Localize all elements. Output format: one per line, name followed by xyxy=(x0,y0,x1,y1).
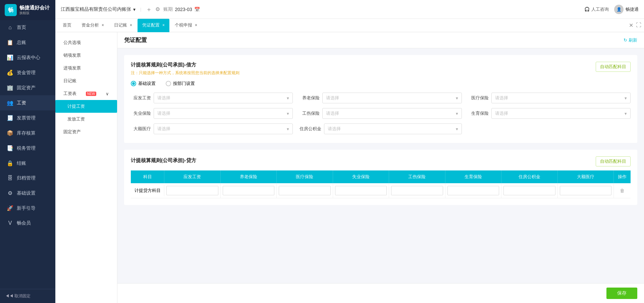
th-生育保险: 生育保险 xyxy=(445,170,502,183)
debit-field-生育保险: 生育保险 请选择 ▾ xyxy=(469,108,631,119)
close-tab-funds[interactable]: × xyxy=(102,23,104,28)
sub-sidebar-public[interactable]: 公共选项 xyxy=(55,36,117,49)
expand-icon[interactable]: ⛶ xyxy=(636,22,641,29)
field-select-大额医疗[interactable]: 请选择 ▾ xyxy=(154,123,293,134)
td-input-0-5[interactable] xyxy=(447,186,499,195)
td-input-0-7[interactable] xyxy=(560,186,612,195)
tab-home[interactable]: 首页 xyxy=(58,19,76,32)
sidebar-item-settings[interactable]: ⚙基础设置 xyxy=(0,186,55,201)
tab-voucher[interactable]: 凭证配置× xyxy=(138,19,169,32)
td-0-2[interactable] xyxy=(277,183,333,198)
td-0-5[interactable] xyxy=(445,183,502,198)
field-label: 大额医疗 xyxy=(131,126,151,132)
sidebar-collapse-btn[interactable]: ◀◀ 取消固定 xyxy=(0,289,55,303)
tab-diary[interactable]: 日记账× xyxy=(109,19,137,32)
tab-funds[interactable]: 资金分析× xyxy=(77,19,109,32)
td-0-1[interactable] xyxy=(221,183,277,198)
td-0-0[interactable] xyxy=(164,183,221,198)
add-company-btn[interactable]: ＋ xyxy=(146,5,152,13)
tab-label-home: 首页 xyxy=(63,22,71,28)
field-select-失业保险[interactable]: 请选择 ▾ xyxy=(154,108,293,119)
td-0-4[interactable] xyxy=(389,183,445,198)
sidebar-item-archive[interactable]: 🗄归档管理 xyxy=(0,171,55,186)
period-selector[interactable]: 账期 2023-03 📅 xyxy=(163,6,200,12)
debit-auto-match-btn[interactable]: 自动匹配科目 xyxy=(596,62,631,72)
debit-field-养老保险: 养老保险 请选择 ▾ xyxy=(300,93,462,103)
sidebar-item-ledger[interactable]: 📋总账 xyxy=(0,35,55,50)
debit-section-title: 计提核算规则(公司承担)-借方 xyxy=(131,62,596,68)
logo: 畅 畅捷通好会计 旗舰版 xyxy=(0,0,55,20)
td-0-6[interactable] xyxy=(501,183,558,198)
sidebar-item-tax[interactable]: 📑税务管理 xyxy=(0,141,55,156)
td-0-3[interactable] xyxy=(333,183,389,198)
save-button[interactable]: 保存 xyxy=(606,288,637,299)
page-title: 凭证配置 xyxy=(124,36,147,44)
sidebar-item-wages[interactable]: 👥工资 xyxy=(0,95,55,110)
close-tab-tax[interactable]: × xyxy=(195,23,197,28)
field-select-住房公积金[interactable]: 请选择 ▾ xyxy=(324,123,462,134)
sub-sidebar-diary[interactable]: 日记账 xyxy=(55,74,117,87)
dropdown-icon: ▾ xyxy=(287,111,289,116)
sub-sidebar-purchase[interactable]: 进项发票 xyxy=(55,62,117,74)
field-select-生育保险[interactable]: 请选择 ▾ xyxy=(491,108,631,119)
td-input-0-2[interactable] xyxy=(279,186,331,195)
credit-auto-match-btn[interactable]: 自动匹配科目 xyxy=(596,156,631,166)
sidebar-item-inventory[interactable]: 📦库存核算 xyxy=(0,125,55,141)
period-label: 账期 xyxy=(163,6,173,12)
sub-sidebar-fixed-assets[interactable]: 固定资产 xyxy=(55,125,117,138)
sidebar-item-invoice[interactable]: 🧾发票管理 xyxy=(0,110,55,125)
radio-group: 基础设置 按部门设置 xyxy=(131,81,596,87)
sub-sidebar-sales[interactable]: 销项发票 xyxy=(55,49,117,62)
td-input-0-3[interactable] xyxy=(335,186,387,195)
credit-section: 计提核算规则(公司承担)-贷方 自动匹配科目 科目应发工资养老保险医疗保险失业保… xyxy=(124,150,637,205)
radio-dept[interactable]: 按部门设置 xyxy=(166,81,195,87)
close-tab-voucher[interactable]: × xyxy=(162,23,165,28)
field-select-应发工资[interactable]: 请选择 ▾ xyxy=(154,93,293,103)
sidebar-item-closing[interactable]: 🔒结账 xyxy=(0,156,55,171)
delete-row-icon[interactable]: 🗑 xyxy=(620,188,625,193)
td-input-0-4[interactable] xyxy=(391,186,443,195)
td-action[interactable]: 🗑 xyxy=(614,185,631,196)
radio-basic[interactable]: 基础设置 xyxy=(131,81,156,87)
sub-sidebar-pay[interactable]: 发放工资 xyxy=(55,113,117,125)
sidebar-item-funds[interactable]: 💰资金管理 xyxy=(0,65,55,80)
sub-sidebar-payroll-table[interactable]: 工资表NEW∨ xyxy=(55,87,117,100)
sidebar-item-vip[interactable]: V畅会员 xyxy=(0,216,55,231)
th-科目: 科目 xyxy=(131,170,164,183)
debit-section-note: 注：只能选择一种方式，系统将按照您当前的选择来配置规则 xyxy=(131,70,596,76)
sub-label-fixed-assets: 固定资产 xyxy=(63,129,81,135)
tax-icon: 📑 xyxy=(7,145,13,151)
main-area: 江西服宝精品有限责任公司内账张 ▾ | ＋ ⚙ 账期 2023-03 📅 🎧 人… xyxy=(55,0,644,303)
field-select-养老保险[interactable]: 请选择 ▾ xyxy=(322,93,462,103)
refresh-icon: ↻ xyxy=(624,38,627,43)
sidebar-item-reports[interactable]: 📊云报表中心 xyxy=(0,50,55,65)
close-tab-icon[interactable]: ✕ xyxy=(629,22,633,29)
radio-dept-label: 按部门设置 xyxy=(173,81,195,87)
company-selector[interactable]: 江西服宝精品有限责任公司内账张 ▾ xyxy=(61,6,136,12)
wages-icon: 👥 xyxy=(7,100,13,106)
sidebar-item-home[interactable]: ⌂首页 xyxy=(0,20,55,35)
close-tab-diary[interactable]: × xyxy=(130,23,132,28)
field-select-医疗保险[interactable]: 请选择 ▾ xyxy=(491,93,631,103)
refresh-btn[interactable]: ↻ 刷新 xyxy=(624,37,637,43)
tab-tax[interactable]: 个税申报× xyxy=(170,19,202,32)
td-input-0-6[interactable] xyxy=(503,186,555,195)
td-row-label: 计提贷方科目 xyxy=(131,185,164,196)
topbar-right: 🎧 人工咨询 👤 畅捷通 xyxy=(584,5,639,14)
td-input-0-0[interactable] xyxy=(166,186,218,195)
sub-sidebar-accrue[interactable]: 计提工资 xyxy=(55,100,117,113)
sub-label-accrue: 计提工资 xyxy=(67,103,85,109)
td-0-7[interactable] xyxy=(558,183,614,198)
help-btn[interactable]: 🎧 人工咨询 xyxy=(584,6,609,12)
th-操作: 操作 xyxy=(614,170,631,183)
topbar-divider: | xyxy=(140,7,141,12)
dropdown-icon: ▾ xyxy=(625,96,627,101)
radio-basic-label: 基础设置 xyxy=(138,81,156,87)
td-input-0-1[interactable] xyxy=(223,186,275,195)
sidebar-item-guide[interactable]: 🚀新手引导 xyxy=(0,201,55,216)
settings-icon[interactable]: ⚙ xyxy=(155,6,160,12)
dropdown-icon: ▾ xyxy=(287,96,289,101)
sidebar-item-assets[interactable]: 🏢固定资产 xyxy=(0,80,55,95)
field-select-工伤保险[interactable]: 请选择 ▾ xyxy=(322,108,462,119)
user-menu[interactable]: 👤 畅捷通 xyxy=(614,5,639,14)
